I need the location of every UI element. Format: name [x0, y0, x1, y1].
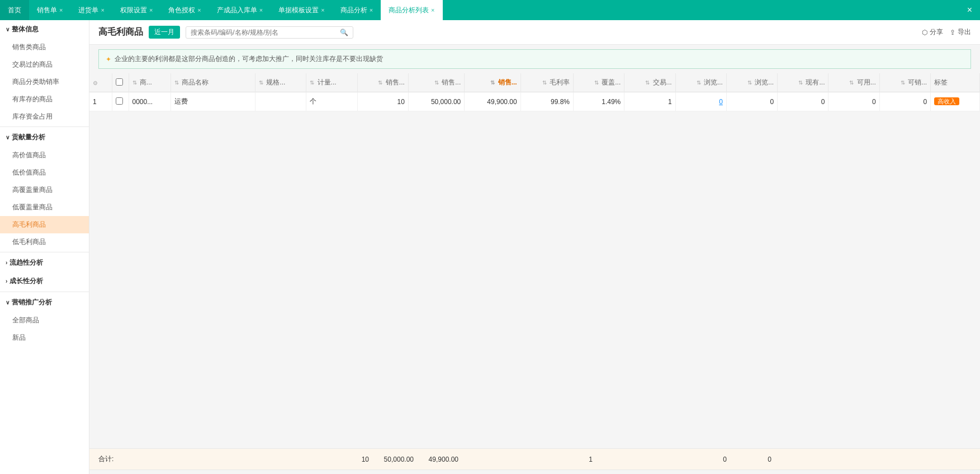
cell-available: 0	[828, 92, 879, 111]
col-tag-header: 标签	[931, 73, 980, 92]
chevron-down-icon: ∨	[6, 134, 10, 140]
sidebar-section-growth[interactable]: › 成长性分析	[0, 272, 89, 290]
sidebar-section-contribution[interactable]: ∨ 贡献量分析	[0, 128, 89, 147]
total-current-stock: 0	[685, 456, 730, 463]
sort-icon: ⇅	[490, 79, 495, 86]
close-icon[interactable]: ×	[149, 7, 153, 13]
nav-sales-order[interactable]: 销售单 ×	[29, 0, 70, 20]
col-current-stock-header: ⇅ 现有...	[778, 73, 828, 92]
sort-icon: ⇅	[798, 79, 803, 86]
sidebar-item-stock-goods[interactable]: 有库存的商品	[0, 91, 89, 108]
info-banner: ✦ 企业的主要的利润都是这部分商品创造的，可考虑加大推广，同时关注库存是不要出现…	[98, 49, 971, 69]
select-all-checkbox[interactable]	[116, 78, 123, 86]
cell-browse1[interactable]: 0	[675, 92, 726, 111]
nav-template-settings[interactable]: 单据模板设置 ×	[271, 0, 332, 20]
search-input[interactable]	[191, 29, 340, 36]
col-transaction-header: ⇅ 交易...	[624, 73, 675, 92]
sort-icon: ⇅	[849, 79, 854, 86]
sidebar-item-high-coverage[interactable]: 高覆盖量商品	[0, 181, 89, 199]
cell-sellable: 0	[879, 92, 930, 111]
chevron-down-icon: ∨	[6, 26, 10, 32]
sort-icon: ⇅	[901, 79, 905, 86]
sort-icon: ⇅	[747, 79, 752, 86]
close-icon[interactable]: ×	[101, 7, 104, 13]
sidebar-section-overall[interactable]: ∨ 整体信息	[0, 20, 89, 39]
cell-index: 1	[89, 92, 112, 111]
top-nav: 首页 销售单 × 进货单 × 权限设置 × 角色授权 × 产成品入库单 × 单据…	[0, 0, 980, 20]
close-icon[interactable]: ×	[197, 7, 201, 13]
sidebar-item-low-margin[interactable]: 低毛利商品	[0, 233, 89, 251]
col-spec-header: ⇅ 规格...	[255, 73, 306, 92]
sidebar-section-marketing[interactable]: ∨ 营销推广分析	[0, 293, 89, 312]
cell-gross-margin: 99.8%	[520, 92, 573, 111]
sidebar-item-sales-goods[interactable]: 销售类商品	[0, 39, 89, 56]
sidebar-item-new-goods[interactable]: 新品	[0, 329, 89, 346]
product-table: ⚙ ⇅ 商... ⇅ 商品名称 ⇅ 规格...	[89, 73, 980, 111]
sort-icon: ⇅	[594, 79, 599, 86]
sidebar-item-low-coverage[interactable]: 低覆盖量商品	[0, 199, 89, 216]
page-title: 高毛利商品	[98, 26, 143, 38]
window-close-button[interactable]: ×	[959, 5, 980, 15]
sidebar-item-traded-goods[interactable]: 交易过的商品	[0, 56, 89, 73]
cell-transaction: 1	[624, 92, 675, 111]
sidebar-item-category-assist-rate[interactable]: 商品分类助销率	[0, 73, 89, 91]
close-icon[interactable]: ×	[370, 7, 373, 13]
nav-product-inbound[interactable]: 产成品入库单 ×	[209, 0, 271, 20]
nav-home[interactable]: 首页	[0, 0, 29, 20]
sidebar-item-all-goods[interactable]: 全部商品	[0, 312, 89, 329]
cell-sale-profit: 49,900.00	[465, 92, 520, 111]
sort-icon: ⇅	[132, 79, 137, 86]
nav-permission-settings[interactable]: 权限设置 ×	[112, 0, 160, 20]
sort-icon: ⇅	[174, 79, 179, 86]
col-unit-header: ⇅ 计量...	[306, 73, 357, 92]
time-filter-button[interactable]: 近一月	[149, 26, 180, 39]
nav-purchase-order[interactable]: 进货单 ×	[70, 0, 112, 20]
sidebar-item-stock-capital[interactable]: 库存资金占用	[0, 108, 89, 125]
nav-product-analysis[interactable]: 商品分析 ×	[333, 0, 381, 20]
sort-icon: ⇅	[697, 79, 701, 86]
cell-checkbox[interactable]	[112, 92, 129, 111]
cell-code: 0000...	[129, 92, 171, 111]
search-icon[interactable]: 🔍	[340, 29, 348, 36]
sidebar-section-flow[interactable]: › 流趋性分析	[0, 254, 89, 272]
nav-role-auth[interactable]: 角色授权 ×	[160, 0, 209, 20]
close-icon[interactable]: ×	[59, 7, 63, 13]
col-sale-qty-header: ⇅ 销售...	[357, 73, 408, 92]
content-area: 高毛利商品 近一月 🔍 ⬡ 分享 ⇪ 导出 ✦ 企业的主要的利润都是这部分商品创…	[89, 20, 980, 474]
sort-icon: ⇅	[310, 79, 314, 86]
cell-tag: 高收入	[931, 92, 980, 111]
col-index: ⚙	[89, 73, 112, 92]
sidebar-item-low-value[interactable]: 低价值商品	[0, 164, 89, 181]
sidebar: ∨ 整体信息 销售类商品 交易过的商品 商品分类助销率 有库存的商品 库存资金占…	[0, 20, 89, 474]
header-actions: ⬡ 分享 ⇪ 导出	[922, 27, 971, 37]
sort-icon: ⇅	[542, 79, 547, 86]
sort-icon: ⇅	[378, 79, 382, 86]
share-button[interactable]: ⬡ 分享	[922, 27, 943, 37]
col-checkbox[interactable]	[112, 73, 129, 92]
export-icon: ⇪	[950, 29, 955, 36]
export-button[interactable]: ⇪ 导出	[950, 27, 971, 37]
chevron-down-icon: ∨	[6, 299, 10, 306]
sort-icon: ⇅	[645, 79, 650, 86]
col-sellable-header: ⇅ 可销...	[879, 73, 930, 92]
col-sale-profit-header: ⇅ 销售...	[465, 73, 520, 92]
chevron-right-icon: ›	[6, 260, 7, 266]
row-checkbox[interactable]	[116, 97, 123, 105]
close-icon[interactable]: ×	[321, 7, 324, 13]
horizontal-scrollbar[interactable]	[89, 470, 980, 474]
cell-sale-amount: 50,000.00	[408, 92, 464, 111]
cell-current-stock: 0	[778, 92, 828, 111]
close-icon[interactable]: ×	[431, 7, 434, 13]
col-code-header: ⇅ 商...	[129, 73, 171, 92]
table-header-row: ⚙ ⇅ 商... ⇅ 商品名称 ⇅ 规格...	[89, 73, 980, 92]
sidebar-item-high-margin[interactable]: 高毛利商品	[0, 216, 89, 233]
col-browse1-header: ⇅ 浏览...	[675, 73, 726, 92]
cell-sale-qty: 10	[357, 92, 408, 111]
nav-product-analysis-list[interactable]: 商品分析列表 ×	[381, 0, 442, 20]
sidebar-item-high-value[interactable]: 高价值商品	[0, 147, 89, 164]
content-header: 高毛利商品 近一月 🔍 ⬡ 分享 ⇪ 导出	[89, 20, 980, 45]
share-icon: ⬡	[922, 29, 927, 36]
cell-unit: 个	[306, 92, 357, 111]
close-icon[interactable]: ×	[259, 7, 263, 13]
table-row: 1 0000... 运费 个 10 50,000.00 49,900.00 99…	[89, 92, 980, 111]
